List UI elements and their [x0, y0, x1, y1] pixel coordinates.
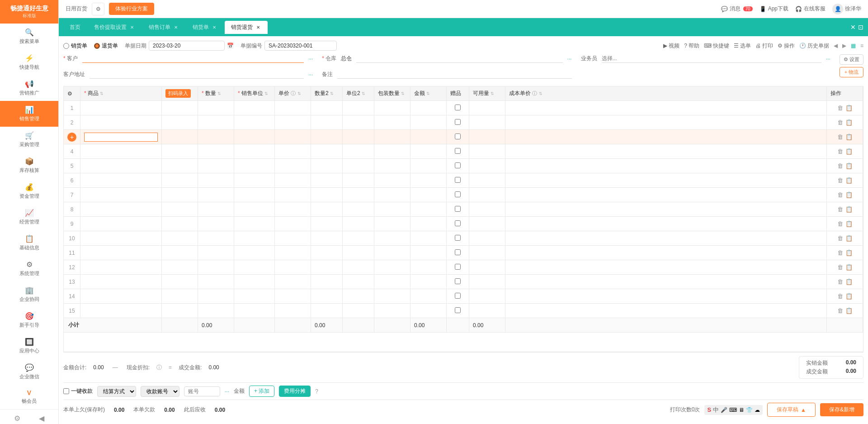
app-download-button[interactable]: 📱 App下载 [760, 5, 788, 13]
one-click-checkbox[interactable] [63, 388, 69, 394]
copy-icon[interactable]: 📋 [845, 191, 853, 198]
logistics-button[interactable]: + 物流 [840, 67, 863, 77]
close-tab-button[interactable]: ✕ [850, 24, 856, 31]
qty-cell-add[interactable] [198, 130, 234, 144]
gift-checkbox[interactable] [455, 249, 461, 255]
prev-record-icon[interactable]: ◀ [834, 43, 838, 49]
customer-service-button[interactable]: 🎧 在线客服 [795, 5, 826, 13]
delete-icon[interactable]: 🗑 [837, 293, 843, 300]
unit-cell-add[interactable] [234, 130, 275, 144]
gift-cell-add[interactable] [447, 130, 469, 144]
account-num-select[interactable]: 收款账号 [141, 386, 179, 397]
delete-icon[interactable]: 🗑 [837, 278, 843, 285]
unit2-cell-add[interactable] [343, 130, 374, 144]
cost-price-cell[interactable] [505, 115, 827, 130]
trial-button[interactable]: 体验行业方案 [109, 3, 154, 15]
copy-icon[interactable]: 📋 [845, 293, 853, 300]
sidebar-item-operation[interactable]: 📈 经营管理 [0, 204, 58, 230]
tab-sales-order[interactable]: 销售订单 ✕ [142, 21, 185, 34]
sidebar-item-marketing[interactable]: 📢 营销推广 [0, 75, 58, 101]
operate-btn[interactable]: ⚙ 操作 [778, 42, 795, 50]
cost-price-sort-icon[interactable]: ⇅ [539, 91, 542, 96]
copy-icon[interactable]: 📋 [845, 235, 853, 242]
payment-dots[interactable]: ··· [225, 388, 229, 395]
sidebar-item-system[interactable]: ⚙ 系统管理 [0, 256, 58, 281]
one-click-payment-checkbox[interactable]: 一键收款 [63, 387, 93, 395]
sidebar-item-member[interactable]: V 畅会员 [0, 385, 58, 409]
copy-icon[interactable]: 📋 [845, 307, 853, 314]
delete-icon[interactable]: 🗑 [837, 220, 843, 227]
tab-sales-delivery-close[interactable]: ✕ [211, 24, 217, 30]
gift-checkbox[interactable] [455, 293, 461, 299]
tab-sales-delivery[interactable]: 销货单 ✕ [186, 21, 224, 34]
pack-qty-sort-icon[interactable]: ⇅ [401, 91, 405, 96]
sidebar-item-weixin[interactable]: 💬 企业微信 [0, 359, 58, 385]
help-btn[interactable]: ? 帮助 [684, 42, 699, 50]
maximize-button[interactable]: ⊡ [858, 24, 863, 31]
date-input[interactable] [149, 41, 225, 51]
qty-cell[interactable] [198, 101, 234, 115]
available-sort-icon[interactable]: ⇅ [491, 91, 494, 96]
delete-icon[interactable]: 🗑 [837, 307, 843, 314]
radio-sale-doc[interactable]: 销货单 [63, 42, 87, 50]
radio-return-doc[interactable]: 退货单 [94, 42, 118, 50]
sidebar-item-sales[interactable]: 📊 销售管理 [0, 101, 58, 127]
qty2-sort-icon[interactable]: ⇅ [330, 91, 334, 96]
salesman-input[interactable] [602, 54, 821, 63]
history-btn[interactable]: 🕐 历史单据 [799, 42, 829, 50]
copy-icon[interactable]: 📋 [845, 278, 853, 285]
customer-select-icon[interactable]: ··· [308, 56, 313, 62]
product-add-input[interactable] [84, 133, 158, 142]
delete-icon[interactable]: 🗑 [837, 162, 843, 169]
gift-cell[interactable] [447, 115, 469, 130]
gift-checkbox[interactable] [455, 177, 461, 183]
gift-cell[interactable] [447, 101, 469, 115]
gift-checkbox-add[interactable] [455, 133, 461, 139]
user-profile[interactable]: 👤 徐泽华 [832, 4, 861, 14]
delete-icon[interactable]: 🗑 [837, 105, 843, 111]
shortcut-btn[interactable]: ⌨ 快捷键 [704, 42, 729, 50]
topbar-settings-button[interactable]: ⚙ [92, 3, 104, 15]
radio-sale-input[interactable] [63, 43, 69, 49]
pack-qty-cell-add[interactable] [374, 130, 410, 144]
sidebar-item-search[interactable]: 🔍 搜索菜单 [0, 24, 58, 49]
next-record-icon[interactable]: ▶ [842, 43, 846, 49]
calendar-icon[interactable]: 📅 [227, 43, 234, 49]
tab-price-settings[interactable]: 售价提取设置 ✕ [88, 21, 142, 34]
account-num-input[interactable] [184, 386, 220, 396]
copy-icon[interactable]: 📋 [845, 249, 853, 256]
price-cell[interactable] [275, 101, 311, 115]
delete-icon[interactable]: 🗑 [837, 148, 843, 155]
sidebar-settings-icon[interactable]: ⚙ [14, 414, 20, 423]
gift-checkbox[interactable] [455, 307, 461, 313]
price-cell-add[interactable] [275, 130, 311, 144]
sidebar-item-apps[interactable]: 🔲 应用中心 [0, 333, 58, 359]
delete-icon[interactable]: 🗑 [837, 177, 843, 184]
sidebar-item-inventory[interactable]: 📦 库存核算 [0, 152, 58, 178]
copy-icon[interactable]: 📋 [845, 206, 853, 213]
tab-sales-return[interactable]: 销货退货 ✕ [225, 21, 268, 34]
address-select-icon[interactable]: ··· [308, 71, 313, 78]
radio-return-input[interactable] [94, 43, 100, 49]
amount-cell[interactable] [410, 101, 447, 115]
unit-sort-icon[interactable]: ⇅ [264, 91, 268, 96]
sidebar-collapse-icon[interactable]: ◀ [39, 414, 44, 423]
product-sort-icon[interactable]: ⇅ [100, 91, 104, 96]
copy-icon[interactable]: 📋 [845, 220, 853, 227]
tab-sales-order-close[interactable]: ✕ [173, 24, 179, 30]
account-method-select[interactable]: 结算方式 [97, 386, 136, 397]
copy-icon[interactable]: 📋 [845, 133, 853, 140]
tab-home[interactable]: 首页 [63, 21, 87, 34]
gift-checkbox[interactable] [455, 278, 461, 284]
delete-icon[interactable]: 🗑 [837, 235, 843, 242]
available-cell-add[interactable] [469, 130, 505, 144]
sidebar-item-purchase[interactable]: 🛒 采购管理 [0, 127, 58, 152]
col-settings[interactable]: ⚙ [64, 86, 80, 101]
grid-view-icon[interactable]: ▦ [851, 43, 856, 49]
unit-cell[interactable] [234, 115, 275, 130]
message-button[interactable]: 💬 消息 70 [721, 5, 753, 13]
delete-icon[interactable]: 🗑 [837, 249, 843, 256]
warehouse-input[interactable] [356, 54, 562, 63]
scan-button[interactable]: 扫码录入 [165, 89, 191, 98]
unit2-cell[interactable] [343, 115, 374, 130]
